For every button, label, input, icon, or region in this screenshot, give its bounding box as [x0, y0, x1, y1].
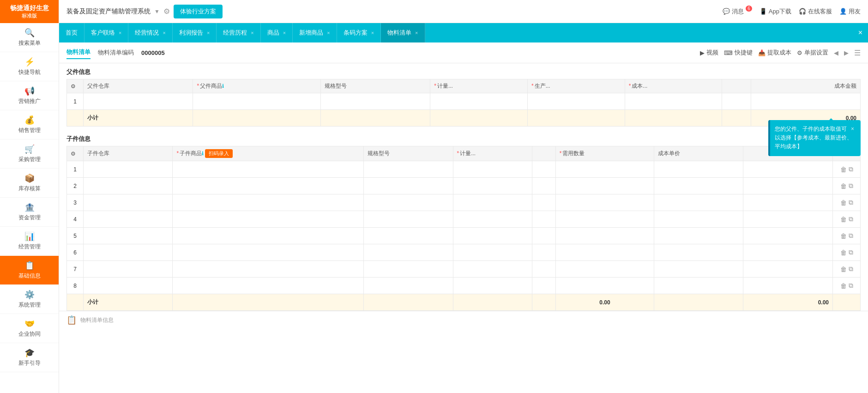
child-product-3[interactable] — [173, 194, 364, 211]
child-action-6[interactable]: 🗑 ⧉ — [833, 244, 861, 261]
child-product-1[interactable] — [173, 161, 364, 178]
child-req-qty-1[interactable] — [555, 161, 654, 178]
child-spec-5[interactable] — [364, 228, 453, 244]
sidebar-item-basic-info[interactable]: 📋 基础信息 — [0, 256, 59, 285]
scan-btn[interactable]: 扫码录入 — [205, 149, 233, 158]
experience-btn[interactable]: 体验行业方案 — [174, 5, 223, 18]
nav-tab-7[interactable]: 条码方案× — [337, 23, 381, 42]
extract-cost-action[interactable]: 📥 提取成本 — [758, 48, 791, 57]
online-service-item[interactable]: 🎧 在线客服 — [799, 7, 832, 16]
child-warehouse-2[interactable] — [84, 178, 173, 194]
child-product-8[interactable] — [173, 278, 364, 294]
child-action-1[interactable]: 🗑 ⧉ — [833, 161, 861, 178]
nav-tab-2[interactable]: 经营情况× — [128, 23, 172, 42]
message-item[interactable]: 💬 消息 6 — [723, 7, 752, 16]
child-unit-1[interactable] — [453, 161, 532, 178]
nav-tab-5[interactable]: 商品× — [261, 23, 293, 42]
child-req-qty-6[interactable] — [555, 244, 654, 261]
copy-icon-5[interactable]: ⧉ — [849, 232, 853, 240]
child-warehouse-8[interactable] — [84, 278, 173, 294]
nav-tab-6[interactable]: 新增商品× — [293, 23, 337, 42]
parent-unit-cell[interactable] — [430, 93, 528, 110]
child-req-qty-2[interactable] — [555, 178, 654, 194]
child-unit-3[interactable] — [453, 194, 532, 211]
child-unit-cost-5[interactable] — [654, 228, 743, 244]
child-spec-4[interactable] — [364, 211, 453, 228]
nav-tab-8[interactable]: 物料清单× — [381, 23, 425, 42]
child-product-7[interactable] — [173, 261, 364, 278]
view-action[interactable]: ▶ 视频 — [700, 48, 718, 57]
child-warehouse-5[interactable] — [84, 228, 173, 244]
delete-icon-7[interactable]: 🗑 — [840, 266, 847, 273]
child-unit-cost-4[interactable] — [654, 211, 743, 228]
child-req-qty-7[interactable] — [555, 261, 654, 278]
child-unit-8[interactable] — [453, 278, 532, 294]
child-warehouse-4[interactable] — [84, 211, 173, 228]
child-spec-1[interactable] — [364, 161, 453, 178]
child-warehouse-1[interactable] — [84, 161, 173, 178]
child-req-qty-4[interactable] — [555, 211, 654, 228]
child-warehouse-6[interactable] — [84, 244, 173, 261]
child-spec-7[interactable] — [364, 261, 453, 278]
delete-icon-5[interactable]: 🗑 — [840, 232, 847, 240]
nav-tab-close-6[interactable]: × — [327, 30, 330, 36]
sidebar-item-system[interactable]: ⚙️ 系统管理 — [0, 285, 59, 314]
sidebar-item-marketing[interactable]: 📢 营销推广 — [0, 81, 59, 110]
child-spec-6[interactable] — [364, 244, 453, 261]
child-unit-cost-2[interactable] — [654, 178, 743, 194]
nav-tab-close-1[interactable]: × — [119, 30, 121, 36]
nav-tab-close-8[interactable]: × — [415, 30, 418, 36]
nav-tab-close-7[interactable]: × — [371, 30, 374, 36]
child-unit-5[interactable] — [453, 228, 532, 244]
nav-tab-4[interactable]: 经营历程× — [217, 23, 260, 42]
parent-spec-cell[interactable] — [320, 93, 430, 110]
child-action-7[interactable]: 🗑 ⧉ — [833, 261, 861, 278]
child-spec-2[interactable] — [364, 178, 453, 194]
sidebar-item-inventory[interactable]: 📦 库存核算 — [0, 169, 59, 198]
sidebar-item-operations[interactable]: 📊 经营管理 — [0, 227, 59, 256]
child-action-4[interactable]: 🗑 ⧉ — [833, 211, 861, 228]
nav-tab-3[interactable]: 利润报告× — [173, 23, 217, 42]
copy-icon-6[interactable]: ⧉ — [849, 248, 853, 256]
nav-tab-close-3[interactable]: × — [207, 30, 210, 36]
child-unit-6[interactable] — [453, 244, 532, 261]
nav-tab-close-4[interactable]: × — [251, 30, 253, 36]
child-unit-7[interactable] — [453, 261, 532, 278]
nav-tab-1[interactable]: 客户联络× — [84, 23, 128, 42]
child-action-3[interactable]: 🗑 ⧉ — [833, 194, 861, 211]
parent-production-cell[interactable] — [527, 93, 625, 110]
child-warehouse-3[interactable] — [84, 194, 173, 211]
dropdown-arrow-icon[interactable]: ▼ — [154, 8, 160, 15]
sidebar-item-purchase[interactable]: 🛒 采购管理 — [0, 139, 59, 169]
child-product-6[interactable] — [173, 244, 364, 261]
parent-product-cell[interactable] — [193, 93, 320, 110]
sidebar-item-quick-nav[interactable]: ⚡ 快捷导航 — [0, 52, 59, 81]
delete-icon-2[interactable]: 🗑 — [840, 182, 847, 190]
sidebar-item-guide[interactable]: 🎓 新手引导 — [0, 343, 59, 372]
tooltip-close-btn[interactable]: × — [851, 125, 854, 133]
child-req-qty-3[interactable] — [555, 194, 654, 211]
child-product-2[interactable] — [173, 178, 364, 194]
delete-icon-3[interactable]: 🗑 — [840, 199, 847, 206]
sidebar-item-search[interactable]: 🔍 搜索菜单 — [0, 23, 59, 52]
copy-icon-4[interactable]: ⧉ — [849, 215, 853, 223]
child-warehouse-7[interactable] — [84, 261, 173, 278]
sidebar-item-enterprise[interactable]: 🤝 企业协同 — [0, 314, 59, 343]
parent-warehouse-cell[interactable] — [84, 93, 193, 110]
child-unit-cost-8[interactable] — [654, 278, 743, 294]
copy-icon-3[interactable]: ⧉ — [849, 199, 853, 206]
child-action-8[interactable]: 🗑 ⧉ — [833, 278, 861, 294]
single-settings-action[interactable]: ⚙ 单据设置 — [797, 48, 828, 57]
delete-icon-6[interactable]: 🗑 — [840, 249, 847, 256]
nav-tab-close-5[interactable]: × — [283, 30, 286, 36]
copy-icon-2[interactable]: ⧉ — [849, 182, 853, 190]
child-unit-cost-1[interactable] — [654, 161, 743, 178]
child-spec-8[interactable] — [364, 278, 453, 294]
parent-cost-cell[interactable] — [625, 93, 722, 110]
nav-close-all-btn[interactable]: × — [853, 23, 868, 42]
child-unit-cost-7[interactable] — [654, 261, 743, 278]
child-action-5[interactable]: 🗑 ⧉ — [833, 228, 861, 244]
sidebar-item-finance[interactable]: 🏦 资金管理 — [0, 198, 59, 227]
sub-tab-bill[interactable]: 物料清单 — [66, 46, 90, 59]
nav-tab-0[interactable]: 首页 — [59, 23, 84, 42]
